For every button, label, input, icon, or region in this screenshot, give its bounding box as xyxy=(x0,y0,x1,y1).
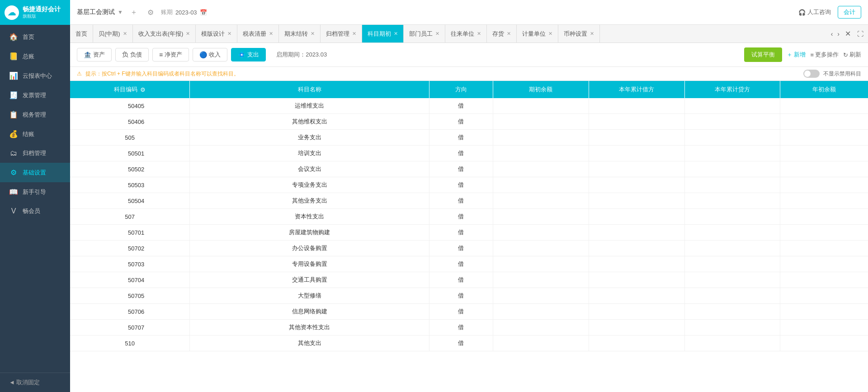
balance-button[interactable]: 试算平衡 xyxy=(744,47,782,62)
filter-tab-income[interactable]: 🔵 收入 xyxy=(193,48,227,61)
td-ytd-credit-1 xyxy=(684,114,780,130)
td-code-4: 50502 xyxy=(70,161,190,177)
td-code-11: 50704 xyxy=(70,272,190,288)
tab-tax_clear[interactable]: 税表清册✕ xyxy=(237,25,279,43)
td-name-0: 运维维支出 xyxy=(190,98,429,114)
filter-tab-expense[interactable]: 💠 支出 xyxy=(231,48,266,61)
td-dir-2: 借 xyxy=(429,130,493,146)
td-ytd-debit-8 xyxy=(589,225,684,241)
sidebar-item-guide[interactable]: 📖 新手引导 xyxy=(0,182,70,202)
app-version: 旗舰版 xyxy=(23,13,61,19)
td-year-start-8 xyxy=(780,225,868,241)
td-ytd-credit-5 xyxy=(684,177,780,193)
table-row: 50707 其他资本性支出 借 xyxy=(70,320,868,335)
tab-label-subject_init: 科目期初 xyxy=(368,30,391,38)
tab-inventory[interactable]: 存货✕ xyxy=(487,25,517,43)
tab-prev-button[interactable]: ‹ xyxy=(829,29,835,38)
tab-close-currency[interactable]: ✕ xyxy=(590,31,594,37)
th-code-settings-icon[interactable]: ⚙ xyxy=(140,86,146,93)
sidebar-item-home[interactable]: 🏠 首页 xyxy=(0,27,70,47)
td-period-bal-4 xyxy=(493,161,589,177)
refresh-button[interactable]: ↻ 刷新 xyxy=(843,51,861,59)
td-ytd-credit-6 xyxy=(684,193,780,209)
tab-subject_init[interactable]: 科目期初✕ xyxy=(362,25,404,43)
td-code-1: 50406 xyxy=(70,114,190,130)
sidebar-icon-report: 📊 xyxy=(9,71,18,80)
td-ytd-debit-10 xyxy=(589,256,684,272)
sidebar-footer-collapse[interactable]: ◄ 取消固定 xyxy=(0,373,70,392)
td-ytd-credit-2 xyxy=(684,130,780,146)
tab-home[interactable]: 首页 xyxy=(70,25,93,43)
tab-next-button[interactable]: › xyxy=(835,29,841,38)
help-button[interactable]: 🎧 人工咨询 xyxy=(798,8,831,16)
sidebar-label-guide: 新手引导 xyxy=(23,188,46,196)
tab-measure_unit[interactable]: 计量单位✕ xyxy=(517,25,558,43)
td-period-bal-5 xyxy=(493,177,589,193)
td-ytd-debit-13 xyxy=(589,304,684,320)
sidebar-label-checkout: 结账 xyxy=(23,130,34,138)
sidebar-item-checkout[interactable]: 💰 结账 xyxy=(0,124,70,144)
td-code-7: 507 xyxy=(70,209,190,225)
tab-contacts[interactable]: 往来单位✕ xyxy=(445,25,487,43)
company-selector[interactable]: 基层工会测试 ▼ xyxy=(77,8,123,16)
add-icon: ＋ xyxy=(787,51,793,59)
sidebar-item-tax[interactable]: 📋 税务管理 xyxy=(0,105,70,124)
filter-tab-asset[interactable]: 🏦 资产 xyxy=(77,48,112,61)
tab-close-inventory[interactable]: ✕ xyxy=(507,31,511,37)
td-year-start-7 xyxy=(780,209,868,225)
tab-close-balance_mid[interactable]: ✕ xyxy=(123,31,127,37)
settings-icon[interactable]: ⚙ xyxy=(145,8,156,17)
more-actions-button[interactable]: ≡ 更多操作 xyxy=(810,51,839,59)
td-code-13: 50706 xyxy=(70,304,190,320)
add-subject-button[interactable]: ＋ 新增 xyxy=(787,51,806,59)
td-ytd-debit-6 xyxy=(589,193,684,209)
td-period-bal-2 xyxy=(493,130,589,146)
tab-close-archive[interactable]: ✕ xyxy=(352,31,356,37)
tab-expand-button[interactable]: ⛶ xyxy=(854,29,866,38)
tab-period_end[interactable]: 期末结转✕ xyxy=(279,25,321,43)
tab-close-measure_unit[interactable]: ✕ xyxy=(548,31,552,37)
td-dir-4: 借 xyxy=(429,161,493,177)
td-name-6: 其他业务支出 xyxy=(190,193,429,209)
tab-currency[interactable]: 币种设置✕ xyxy=(558,25,600,43)
sidebar-item-archive[interactable]: 🗂 归档管理 xyxy=(0,144,70,163)
td-name-3: 培训支出 xyxy=(190,146,429,161)
sidebar-item-basic[interactable]: ⚙ 基础设置 xyxy=(0,163,70,182)
filter-actions: 试算平衡 ＋ 新增 ≡ 更多操作 ↻ 刷新 xyxy=(744,47,861,62)
tab-close-template[interactable]: ✕ xyxy=(227,31,231,37)
help-icon: 🎧 xyxy=(798,9,806,16)
tab-dept_employee[interactable]: 部门员工✕ xyxy=(404,25,445,43)
add-tab-button[interactable]: ＋ xyxy=(127,8,140,17)
account-button[interactable]: 会计 xyxy=(838,6,861,19)
tab-close-income_year[interactable]: ✕ xyxy=(186,31,190,37)
tab-close-all-button[interactable]: ✕ xyxy=(842,28,854,39)
tab-income_year[interactable]: 收入支出表(年报)✕ xyxy=(133,25,196,43)
sidebar-item-report[interactable]: 📊 云报表中心 xyxy=(0,66,70,85)
tab-balance_mid[interactable]: ⻉(中期)✕ xyxy=(93,25,133,43)
filter-tab-liability[interactable]: 负 负债 xyxy=(115,48,149,61)
td-dir-1: 借 xyxy=(429,114,493,130)
tab-label-period_end: 期末结转 xyxy=(284,30,308,38)
tab-template[interactable]: 模版设计✕ xyxy=(196,25,237,43)
sidebar-item-member[interactable]: V 畅会员 xyxy=(0,202,70,221)
liability-icon: 负 xyxy=(122,51,128,59)
td-dir-12: 借 xyxy=(429,288,493,304)
sidebar-item-invoice[interactable]: 🧾 发票管理 xyxy=(0,85,70,105)
td-dir-13: 借 xyxy=(429,304,493,320)
calendar-icon[interactable]: 📅 xyxy=(200,9,207,16)
tab-close-contacts[interactable]: ✕ xyxy=(477,31,481,37)
tab-close-period_end[interactable]: ✕ xyxy=(311,31,315,37)
net-asset-icon: ≡ xyxy=(159,51,163,58)
company-name: 基层工会测试 xyxy=(77,8,115,16)
td-ytd-credit-8 xyxy=(684,225,780,241)
income-icon: 🔵 xyxy=(199,51,207,58)
sidebar-item-ledger[interactable]: 📒 总账 xyxy=(0,47,70,66)
filter-tab-net-asset[interactable]: ≡ 净资产 xyxy=(152,48,189,61)
tab-label-dept_employee: 部门员工 xyxy=(409,30,433,38)
td-code-3: 50501 xyxy=(70,146,190,161)
disable-toggle[interactable] xyxy=(803,70,820,78)
tab-close-tax_clear[interactable]: ✕ xyxy=(269,31,273,37)
tab-close-subject_init[interactable]: ✕ xyxy=(394,31,398,37)
tab-archive[interactable]: 归档管理✕ xyxy=(321,25,362,43)
tab-close-dept_employee[interactable]: ✕ xyxy=(435,31,439,37)
